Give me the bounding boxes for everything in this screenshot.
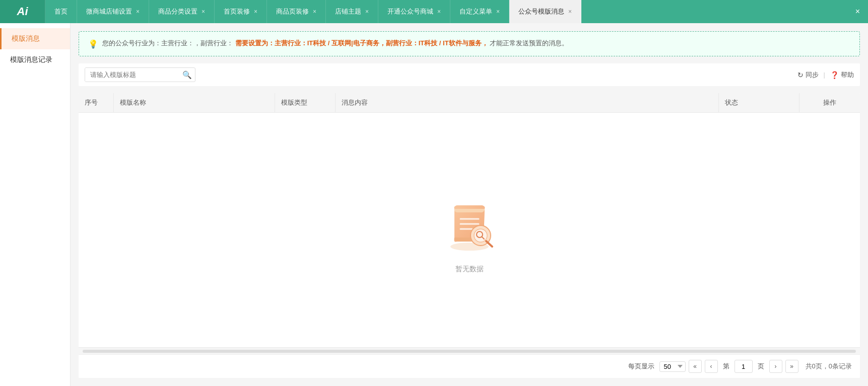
sidebar: 模版消息模版消息记录 bbox=[0, 23, 71, 386]
col-header-type: 模版类型 bbox=[275, 93, 336, 112]
search-input[interactable] bbox=[85, 68, 178, 82]
tab-close-shop-theme[interactable]: × bbox=[365, 8, 369, 15]
toolbar-right: ↻ 同步 | ❓ 帮助 bbox=[797, 70, 854, 80]
tab-label: 自定义菜单 bbox=[459, 7, 492, 16]
notice-text: 您的公众号行业为：主营行业：，副营行业： 需要设置为：主营行业：IT科技 / 互… bbox=[102, 39, 568, 48]
col-header-content: 消息内容 bbox=[336, 93, 719, 112]
empty-text: 暂无数据 bbox=[455, 265, 484, 274]
notice-box: 💡 您的公众号行业为：主营行业：，副营行业： 需要设置为：主营行业：IT科技 /… bbox=[79, 31, 860, 56]
page-size-label: 每页显示 bbox=[628, 362, 654, 371]
content-area: 💡 您的公众号行业为：主营行业：，副营行业： 需要设置为：主营行业：IT科技 /… bbox=[71, 23, 868, 386]
sync-button[interactable]: ↻ 同步 bbox=[797, 70, 819, 80]
table-header: 序号 模版名称 模版类型 消息内容 状态 操作 bbox=[79, 93, 860, 113]
topbar-tab-wechat-shop[interactable]: 微商城店铺设置× bbox=[77, 0, 149, 23]
topbar-tab-product-decor[interactable]: 商品页装修× bbox=[267, 0, 326, 23]
topbar-tab-template-msg[interactable]: 公众号模版消息× bbox=[509, 0, 581, 23]
svg-point-5 bbox=[474, 229, 487, 242]
topbar-tab-product-category[interactable]: 商品分类设置× bbox=[149, 0, 215, 23]
scrollbar-track[interactable] bbox=[83, 350, 856, 353]
toolbar: 🔍 ↻ 同步 | ❓ 帮助 bbox=[79, 63, 860, 86]
table-container: 序号 模版名称 模版类型 消息内容 状态 操作 bbox=[79, 93, 860, 378]
search-area: 🔍 bbox=[85, 67, 195, 82]
logo: Ai bbox=[0, 0, 45, 23]
toolbar-divider: | bbox=[824, 71, 825, 79]
col-header-status: 状态 bbox=[719, 93, 799, 112]
topbar: Ai 首页微商城店铺设置×商品分类设置×首页装修×商品页装修×店铺主题×开通公众… bbox=[0, 0, 868, 23]
total-info: 共0页，0条记录 bbox=[806, 362, 852, 371]
topbar-tab-home-decor[interactable]: 首页装修× bbox=[215, 0, 267, 23]
tab-close-custom-menu[interactable]: × bbox=[496, 8, 500, 15]
tab-label: 首页 bbox=[54, 7, 68, 16]
col-header-name: 模版名称 bbox=[114, 93, 275, 112]
topbar-tab-open-mall[interactable]: 开通公众号商城× bbox=[378, 0, 450, 23]
tab-close-home-decor[interactable]: × bbox=[254, 8, 257, 15]
search-button[interactable]: 🔍 bbox=[178, 70, 195, 80]
sidebar-item-template-msg[interactable]: 模版消息 bbox=[0, 28, 70, 49]
tab-close-wechat-shop[interactable]: × bbox=[136, 8, 140, 15]
topbar-tab-custom-menu[interactable]: 自定义菜单× bbox=[450, 0, 509, 23]
sidebar-item-template-msg-log[interactable]: 模版消息记录 bbox=[0, 49, 70, 70]
last-page-button[interactable]: » bbox=[785, 360, 798, 373]
page-size-select[interactable]: 50 10 20 100 bbox=[659, 361, 686, 372]
tab-label: 首页装修 bbox=[224, 7, 250, 16]
tab-label: 商品页装修 bbox=[276, 7, 309, 16]
empty-icon bbox=[439, 196, 500, 257]
col-header-action: 操作 bbox=[799, 93, 860, 112]
topbar-tab-home[interactable]: 首页 bbox=[45, 0, 77, 23]
tab-label: 开通公众号商城 bbox=[387, 7, 433, 16]
tab-close-template-msg[interactable]: × bbox=[568, 8, 572, 15]
topbar-tab-shop-theme[interactable]: 店铺主题× bbox=[326, 0, 378, 23]
close-all-button[interactable]: × bbox=[847, 7, 868, 16]
empty-state: 暂无数据 bbox=[79, 113, 860, 347]
help-icon: ❓ bbox=[830, 71, 839, 79]
col-header-seq: 序号 bbox=[79, 93, 114, 112]
pagination: 每页显示 50 10 20 100 « ‹ 第 页 › » 共0页，0条记录 bbox=[79, 354, 860, 378]
tab-label: 店铺主题 bbox=[335, 7, 361, 16]
tab-close-open-mall[interactable]: × bbox=[437, 8, 441, 15]
next-page-button[interactable]: › bbox=[769, 360, 782, 373]
tab-close-product-decor[interactable]: × bbox=[313, 8, 316, 15]
sync-icon: ↻ bbox=[797, 71, 804, 79]
page-label: 第 bbox=[723, 362, 729, 371]
notice-icon: 💡 bbox=[88, 39, 98, 49]
page-number-input[interactable] bbox=[735, 360, 753, 373]
tab-label: 公众号模版消息 bbox=[518, 7, 564, 16]
page-unit: 页 bbox=[758, 362, 764, 371]
tab-close-product-category[interactable]: × bbox=[202, 8, 205, 15]
help-button[interactable]: ❓ 帮助 bbox=[830, 70, 854, 80]
first-page-button[interactable]: « bbox=[689, 360, 702, 373]
prev-page-button[interactable]: ‹ bbox=[705, 360, 718, 373]
scrollbar-row[interactable] bbox=[79, 347, 860, 354]
tab-label: 微商城店铺设置 bbox=[86, 7, 132, 16]
main-layout: 模版消息模版消息记录 💡 您的公众号行业为：主营行业：，副营行业： 需要设置为：… bbox=[0, 23, 868, 386]
tab-label: 商品分类设置 bbox=[158, 7, 197, 16]
